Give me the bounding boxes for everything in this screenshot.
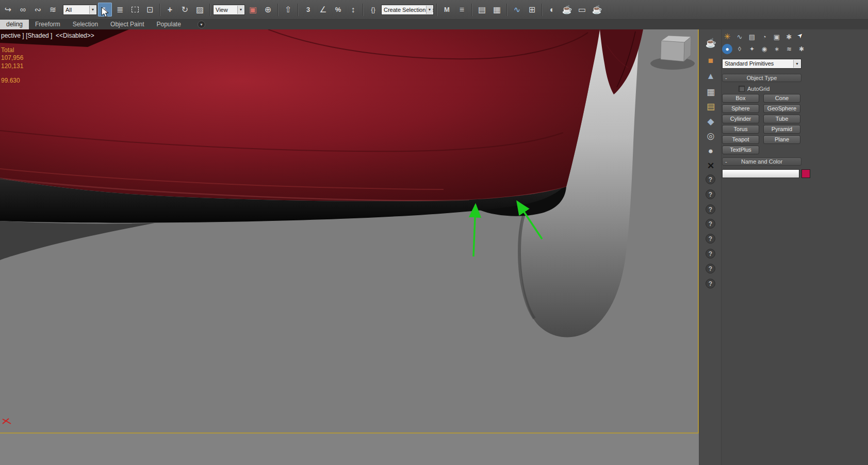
textplus-button[interactable]: TextPlus [722, 146, 759, 154]
selection-filter-value: All [65, 7, 72, 13]
select-and-move-icon[interactable]: + [163, 3, 177, 17]
systems-category-icon[interactable]: ✱ [796, 44, 807, 54]
teapot-button[interactable]: Teapot [722, 135, 759, 144]
render-setup-icon[interactable]: ☕ [560, 3, 574, 17]
toolbar-separator [471, 4, 472, 16]
select-and-rotate-icon[interactable]: ↻ [178, 3, 192, 17]
box-icon[interactable]: ■ [704, 54, 717, 68]
tube-button[interactable]: Tube [763, 115, 800, 123]
cylinder-button[interactable]: Cylinder [722, 115, 759, 123]
question-button[interactable]: ? [706, 264, 715, 274]
display-tab[interactable]: ▣ [772, 31, 782, 42]
distant-object[interactable] [650, 36, 695, 70]
named-selection-sets-dropdown[interactable]: Create Selection Se ▼ [381, 5, 434, 15]
ribbon-collapse-button[interactable]: ▼ [198, 21, 205, 28]
ribbon-tab-populate[interactable]: Populate [150, 20, 187, 29]
stats-verts-value: 120,131 [1, 62, 23, 70]
spinner-snap-icon[interactable]: ↕ [346, 3, 360, 17]
ribbon-tab-modeling[interactable]: deling [0, 20, 29, 29]
easel-icon[interactable]: ▲ [704, 70, 717, 83]
object-color-swatch[interactable] [801, 169, 810, 178]
geometry-category-icon[interactable]: ● [722, 44, 732, 54]
align-icon[interactable]: ≡ [455, 3, 469, 17]
select-by-name-icon[interactable]: ≣ [113, 3, 127, 17]
viewport-label[interactable]: pective ] [Shaded ] <<Disabled>> [1, 32, 94, 39]
question-button[interactable]: ? [706, 279, 715, 288]
close-x-icon[interactable]: ✕ [704, 159, 717, 172]
toolbar-separator [159, 4, 160, 16]
object-type-rollout-header[interactable]: - Object Type [722, 74, 801, 82]
create-tab[interactable]: ✳ [722, 31, 732, 42]
autogrid-checkbox[interactable] [739, 86, 745, 92]
space-warps-category-icon[interactable]: ≋ [784, 44, 794, 54]
question-button[interactable]: ? [706, 204, 715, 214]
perspective-viewport[interactable]: pective ] [Shaded ] <<Disabled>> Total 1… [0, 29, 699, 434]
keyboard-shortcut-override-icon[interactable]: ⇧ [281, 3, 295, 17]
ribbon-tab-object-paint[interactable]: Object Paint [104, 20, 150, 29]
teapot-icon[interactable]: ☕ [704, 36, 717, 50]
material-editor-icon[interactable]: ◐ [545, 3, 559, 17]
rectangular-selection-region-icon[interactable] [128, 3, 142, 17]
hierarchy-tab[interactable]: ▤ [747, 31, 757, 42]
sphere-icon[interactable]: ● [704, 145, 717, 158]
toolbar-cropped-arrow-icon[interactable]: ↪ [1, 3, 15, 17]
bind-to-space-warp-icon[interactable]: ≋ [46, 3, 60, 17]
curve-editor-icon[interactable]: ∿ [510, 3, 524, 17]
modify-tab[interactable]: ∿ [734, 31, 745, 42]
reference-coordinate-system-dropdown[interactable]: View ▼ [213, 5, 245, 15]
torus-button[interactable]: Torus [722, 125, 759, 134]
snaps-toggle-3d-icon[interactable]: 3 [301, 3, 315, 17]
utilities-tab[interactable]: ✱ [784, 31, 794, 42]
schematic-view-icon[interactable]: ⊞ [525, 3, 539, 17]
stats-fps-value: 99.630 [1, 77, 20, 84]
selection-filter-dropdown[interactable]: All ▼ [63, 5, 97, 15]
cameras-category-icon[interactable]: ◉ [759, 44, 769, 54]
dropdown-arrow-icon: ▼ [426, 6, 433, 14]
angle-snap-icon[interactable]: ∠ [316, 3, 330, 17]
question-button[interactable]: ? [706, 189, 715, 199]
geometry-type-dropdown[interactable]: Standard Primitives ▼ [722, 59, 801, 69]
toggle-scene-explorer-icon[interactable]: ▤ [475, 3, 489, 17]
helpers-category-icon[interactable]: ∗ [772, 44, 782, 54]
motion-tab[interactable]: ◔ [759, 31, 769, 42]
toggle-layer-explorer-icon[interactable]: ▦ [490, 3, 504, 17]
question-button[interactable]: ? [706, 234, 715, 244]
car-body-mesh[interactable] [0, 29, 600, 201]
use-pivot-point-center-icon[interactable]: ▣ [246, 3, 260, 17]
geosphere-button[interactable]: GeoSphere [763, 104, 800, 113]
toolbar-separator [542, 4, 543, 16]
box-button[interactable]: Box [722, 94, 759, 103]
rollout-collapse-icon: - [725, 158, 727, 165]
layers-icon[interactable]: ▤ [704, 100, 717, 113]
select-and-uniform-scale-icon[interactable]: ▨ [193, 3, 207, 17]
select-and-manipulate-icon[interactable]: ⊕ [261, 3, 275, 17]
rendered-frame-window-icon[interactable]: ▭ [575, 3, 589, 17]
sphere-button[interactable]: Sphere [722, 104, 759, 113]
ribbon-tab-freeform[interactable]: Freeform [29, 20, 67, 29]
object-name-field[interactable] [722, 169, 799, 178]
name-and-color-rollout-header[interactable]: - Name and Color [722, 157, 801, 166]
question-button[interactable]: ? [706, 174, 715, 184]
percent-snap-icon[interactable]: % [331, 3, 345, 17]
plane-button[interactable]: Plane [763, 135, 800, 144]
checker-icon[interactable]: ▦ [704, 85, 717, 99]
ribbon-tab-selection[interactable]: Selection [67, 20, 104, 29]
disc-icon[interactable]: ◎ [704, 129, 717, 142]
cone-button[interactable]: Cone [763, 94, 800, 103]
mouse-cursor [101, 7, 110, 19]
question-button[interactable]: ? [706, 219, 715, 229]
unlink-selection-icon[interactable]: ∾ [31, 3, 45, 17]
render-production-icon[interactable]: ☕ [590, 3, 604, 17]
pyramid-button[interactable]: Pyramid [763, 125, 800, 134]
gem-icon[interactable]: ◆ [704, 115, 717, 128]
toolbar-separator [363, 4, 364, 16]
question-button[interactable]: ? [706, 249, 715, 259]
toolbar-separator [277, 4, 279, 16]
mirror-icon[interactable]: M [440, 3, 454, 17]
window-crossing-icon[interactable]: ⊡ [143, 3, 157, 17]
select-and-link-icon[interactable]: ∞ [16, 3, 30, 17]
shapes-category-icon[interactable]: ◊ [734, 44, 745, 54]
3dsmax-window: ↪ ∞ ∾ ≋ All ▼ ↖ ≣ ⊡ + ↻ ▨ View ▼ ▣ ⊕ ⇧ 3… [0, 0, 868, 465]
lights-category-icon[interactable]: ✦ [747, 44, 757, 54]
edit-named-selection-sets-icon[interactable]: {} [366, 3, 380, 17]
